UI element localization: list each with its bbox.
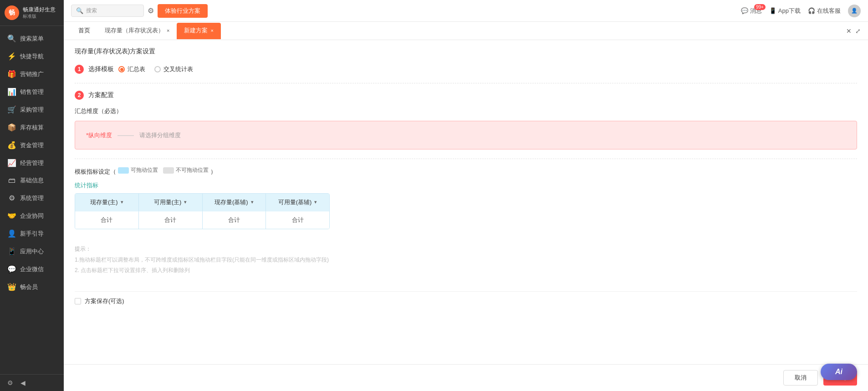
stats-section-label: 统计指标 bbox=[75, 181, 857, 190]
top-bar: 🔍 搜索 ⚙ 体验行业方案 💬 消息 99+ 📱 App下载 🎧 在线客服 👤 bbox=[64, 0, 868, 22]
save-checkbox[interactable] bbox=[75, 298, 81, 304]
sidebar-item-shortcuts[interactable]: ⚡ 快捷导航 bbox=[0, 47, 64, 65]
logo-icon: 畅 bbox=[5, 5, 19, 20]
sidebar-item-apps[interactable]: 📱 应用中心 bbox=[0, 242, 64, 260]
section2-num: 2 bbox=[75, 91, 84, 100]
sidebar-item-label: 新手引导 bbox=[20, 230, 44, 238]
indicator-label: 模板指标设定（ 可拖动位置 不可拖动位置 ） bbox=[75, 166, 216, 176]
sidebar-item-label: 系统管理 bbox=[20, 194, 44, 202]
search-bar[interactable]: 🔍 搜索 bbox=[71, 5, 144, 17]
content-area: 现存量(库存状况表)方案设置 1 选择模板 汇总表 交叉统计表 bbox=[64, 40, 868, 364]
radio-cross-circle bbox=[154, 66, 161, 72]
section2-header: 2 方案配置 bbox=[75, 91, 857, 100]
tab-bar: 首页 现存量（库存状况表） × 新建方案 × ✕ ⤢ bbox=[64, 22, 868, 40]
purchase-icon: 🛒 bbox=[7, 105, 16, 114]
col-1-dropdown[interactable]: ▾ bbox=[184, 199, 187, 205]
enterprise-icon: 🤝 bbox=[7, 211, 16, 220]
sidebar-item-label: 销售管理 bbox=[20, 88, 44, 96]
col-0-summary: 合计 bbox=[101, 216, 112, 224]
table-header-col-1[interactable]: 可用量(主) ▾ bbox=[139, 194, 203, 211]
col-0-dropdown[interactable]: ▾ bbox=[121, 199, 123, 205]
sidebar-item-label: 快捷导航 bbox=[20, 52, 44, 61]
online-service-button[interactable]: 🎧 在线客服 bbox=[808, 7, 841, 15]
col-3-summary: 合计 bbox=[292, 216, 304, 224]
col-1-summary: 合计 bbox=[164, 216, 176, 224]
sidebar-item-newbie[interactable]: 👤 新手引导 bbox=[0, 225, 64, 242]
tips-section: 提示： 1.拖动标题栏可以调整布局，不可跨维度或指标区域拖动栏目字段(只能在同一… bbox=[75, 240, 857, 282]
sidebar-item-label: 营销推广 bbox=[20, 70, 44, 78]
sidebar-item-label: 采购管理 bbox=[20, 106, 44, 114]
top-bar-left: 🔍 搜索 ⚙ 体验行业方案 bbox=[71, 4, 735, 18]
tab-home[interactable]: 首页 bbox=[71, 23, 97, 39]
sidebar-item-inventory[interactable]: 📦 库存核算 bbox=[0, 118, 64, 136]
indicator-settings: 模板指标设定（ 可拖动位置 不可拖动位置 ） 统计指标 bbox=[75, 159, 857, 231]
sidebar-item-sales[interactable]: 📊 销售管理 bbox=[0, 83, 64, 101]
indicator-label-row: 模板指标设定（ 可拖动位置 不可拖动位置 ） bbox=[75, 166, 857, 176]
col-2-dropdown[interactable]: ▾ bbox=[251, 199, 254, 205]
search-menu-icon: 🔍 bbox=[7, 34, 16, 43]
trial-button[interactable]: 体验行业方案 bbox=[158, 4, 208, 18]
shortcuts-icon: ⚡ bbox=[7, 52, 16, 61]
expand-tab-action[interactable]: ⤢ bbox=[855, 27, 861, 35]
gear-icon[interactable]: ⚙ bbox=[148, 6, 154, 15]
sidebar-item-operation[interactable]: 📈 经营管理 bbox=[0, 154, 64, 172]
online-service-label: 在线客服 bbox=[817, 7, 841, 15]
ai-button[interactable]: Ai bbox=[821, 364, 857, 380]
legend-undraggable-label: 不可拖动位置 bbox=[176, 166, 209, 174]
sidebar-item-finance[interactable]: 💰 资金管理 bbox=[0, 136, 64, 154]
collapse-icon[interactable]: ◀ bbox=[20, 379, 26, 386]
tab-inventory[interactable]: 现存量（库存状况表） × bbox=[97, 23, 177, 39]
col-1-label: 可用量(主) bbox=[154, 198, 182, 206]
sidebar-item-label: 畅会员 bbox=[20, 283, 38, 291]
sidebar-item-label: 基础信息 bbox=[20, 176, 44, 185]
cancel-button[interactable]: 取消 bbox=[783, 370, 818, 386]
tab-home-label: 首页 bbox=[78, 26, 90, 35]
apps-icon: 📱 bbox=[7, 247, 16, 256]
tab-new-plan-close[interactable]: × bbox=[210, 28, 213, 33]
save-option-label: 方案保存(可选) bbox=[85, 297, 124, 305]
table-header-col-3[interactable]: 可用量(基辅) ▾ bbox=[266, 194, 329, 211]
close-tab-action[interactable]: ✕ bbox=[846, 27, 852, 35]
marketing-icon: 🎁 bbox=[7, 70, 16, 78]
required-field-label: *纵向维度 bbox=[86, 131, 112, 139]
sidebar-item-system[interactable]: ⚙ 系统管理 bbox=[0, 189, 64, 207]
sidebar-logo: 畅 畅康通好生意 标准版 bbox=[0, 0, 64, 26]
app-download-button[interactable]: 📱 App下载 bbox=[769, 7, 801, 15]
table-body-col-0: 合计 bbox=[75, 211, 139, 229]
sidebar-item-enterprise[interactable]: 🤝 企业协同 bbox=[0, 207, 64, 225]
settings-icon[interactable]: ⚙ bbox=[7, 379, 13, 386]
inventory-icon: 📦 bbox=[7, 123, 16, 132]
page-title: 现存量(库存状况表)方案设置 bbox=[75, 47, 857, 56]
dimension-required-box[interactable]: *纵向维度 —— 请选择分组维度 bbox=[75, 121, 857, 149]
app-download-label: App下载 bbox=[778, 7, 801, 15]
tab-new-plan-label: 新建方案 bbox=[184, 26, 208, 35]
section2-title: 方案配置 bbox=[88, 91, 114, 99]
message-button[interactable]: 💬 消息 99+ bbox=[741, 7, 762, 15]
tab-new-plan[interactable]: 新建方案 × bbox=[177, 23, 220, 39]
table-body-col-3: 合计 bbox=[266, 211, 329, 229]
stats-table: 现存量(主) ▾ 可用量(主) ▾ 现存量(基辅) ▾ 可用量(基辅) bbox=[75, 193, 330, 229]
sidebar-item-vip[interactable]: 👑 畅会员 bbox=[0, 278, 64, 296]
sidebar-item-purchase[interactable]: 🛒 采购管理 bbox=[0, 101, 64, 118]
sidebar-item-basic-info[interactable]: 🗃 基础信息 bbox=[0, 172, 64, 189]
sidebar-item-marketing[interactable]: 🎁 营销推广 bbox=[0, 65, 64, 83]
user-avatar[interactable]: 👤 bbox=[848, 5, 861, 17]
col-3-dropdown[interactable]: ▾ bbox=[314, 199, 317, 205]
message-icon: 💬 bbox=[741, 7, 748, 14]
col-2-summary: 合计 bbox=[228, 216, 240, 224]
wechat-icon: 💬 bbox=[7, 265, 16, 273]
table-header-col-2[interactable]: 现存量(基辅) ▾ bbox=[203, 194, 266, 211]
table-header-col-0[interactable]: 现存量(主) ▾ bbox=[75, 194, 139, 211]
section1-header: 1 选择模板 汇总表 交叉统计表 bbox=[75, 65, 857, 74]
radio-summary-label: 汇总表 bbox=[128, 65, 145, 73]
table-body-col-1: 合计 bbox=[139, 211, 203, 229]
sidebar-item-wechat[interactable]: 💬 企业微信 bbox=[0, 260, 64, 278]
search-placeholder: 搜索 bbox=[86, 7, 97, 15]
sidebar-item-label: 资金管理 bbox=[20, 141, 44, 149]
tab-inventory-close[interactable]: × bbox=[167, 28, 169, 33]
radio-cross-table[interactable]: 交叉统计表 bbox=[154, 65, 193, 73]
dim-separator: —— bbox=[117, 130, 134, 140]
legend-draggable-item: 可拖动位置 bbox=[118, 166, 158, 174]
radio-summary-table[interactable]: 汇总表 bbox=[118, 65, 145, 73]
sidebar-item-search[interactable]: 🔍 搜索菜单 bbox=[0, 30, 64, 47]
